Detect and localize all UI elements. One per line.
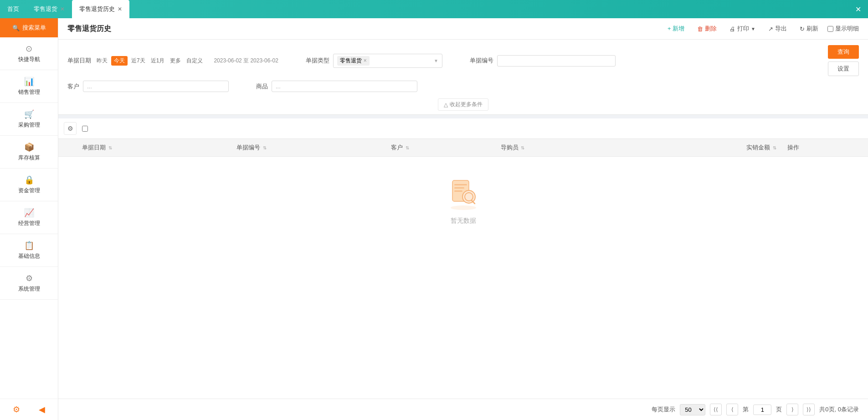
new-button-label: + 新增 (668, 25, 684, 33)
doc-type-select[interactable]: 零售退货 × ▼ (333, 54, 442, 68)
th-customer-label: 客户 (391, 144, 403, 151)
tab-retail-return-history-close[interactable]: ✕ (118, 6, 122, 12)
collapse-filter-label: 收起更多条件 (450, 101, 483, 108)
finance-icon: 🔒 (24, 175, 34, 185)
pagination: 每页显示 50 20 100 ⟨⟨ ⟨ 第 页 ⟩ ⟩⟩ 共0页, 0条记录 (58, 399, 868, 420)
th-date[interactable]: 单据日期 ⇅ (77, 139, 231, 157)
window-close-button[interactable]: ✕ (853, 4, 863, 15)
th-guide-sort[interactable]: ⇅ (521, 145, 524, 150)
th-action-label: 操作 (787, 144, 799, 151)
date-range-display: 2023-06-02 至 2023-06-02 (214, 57, 278, 65)
operation-icon: 📈 (24, 208, 34, 218)
th-amount-sort[interactable]: ⇅ (773, 145, 776, 150)
sidebar-item-quick-nav-label: 快捷导航 (18, 56, 40, 63)
goods-select[interactable]: ... (272, 81, 417, 92)
doc-no-input[interactable] (497, 55, 616, 67)
delete-icon: 🗑 (697, 26, 703, 32)
svg-rect-4 (454, 190, 462, 192)
th-checkbox (58, 139, 77, 157)
filter-settings-button[interactable]: 设置 (828, 61, 859, 76)
collapse-sidebar-icon[interactable]: ◀ (39, 405, 45, 415)
customer-label: 客户 (67, 82, 79, 91)
page-title: 零售退货历史 (67, 24, 111, 34)
export-button-label: 导出 (775, 25, 787, 33)
sidebar-item-sales[interactable]: 📊 销售管理 (0, 70, 58, 103)
first-page-button[interactable]: ⟨⟨ (710, 404, 722, 415)
refresh-button[interactable]: ↻ 刷新 (796, 23, 822, 35)
top-bar: 首页 零售退货 ✕ 零售退货历史 ✕ ✕ (0, 0, 868, 18)
display-mingxi-label: 显示明细 (835, 25, 859, 33)
collapse-filter-button[interactable]: △ 收起更多条件 (438, 98, 488, 111)
sidebar-item-sales-label: 销售管理 (18, 88, 40, 96)
sidebar-item-finance[interactable]: 🔒 资金管理 (0, 169, 58, 201)
sidebar-item-quick-nav[interactable]: ⊙ 快捷导航 (0, 37, 58, 70)
sidebar-item-system[interactable]: ⚙ 系统管理 (0, 267, 58, 300)
sidebar-item-inventory[interactable]: 📦 库存核算 (0, 136, 58, 169)
sidebar-item-operation[interactable]: 📈 经营管理 (0, 201, 58, 234)
date-range-group: 2023-06-02 至 2023-06-02 (214, 57, 278, 65)
export-button[interactable]: ↗ 导出 (765, 23, 791, 35)
shortcut-yesterday[interactable]: 昨天 (95, 56, 109, 66)
basic-icon: 📋 (24, 241, 34, 251)
doc-no-label: 单据编号 (470, 56, 493, 65)
th-customer-sort[interactable]: ⇅ (406, 145, 409, 150)
refresh-button-label: 刷新 (806, 25, 818, 33)
display-mingxi-group: 显示明细 (827, 25, 859, 33)
svg-rect-3 (454, 187, 464, 189)
th-no[interactable]: 单据编号 ⇅ (231, 139, 385, 157)
shortcut-1month[interactable]: 近1月 (149, 56, 167, 66)
tab-retail-return-close[interactable]: ✕ (60, 6, 65, 12)
prev-page-button[interactable]: ⟨ (726, 404, 738, 415)
customer-filter-group: 客户 ... (67, 81, 229, 92)
tab-retail-return-history[interactable]: 零售退货历史 ✕ (72, 0, 129, 18)
new-button[interactable]: + 新增 (664, 23, 688, 35)
shortcut-today[interactable]: 今天 (111, 56, 128, 66)
query-button[interactable]: 查询 (828, 45, 859, 59)
tab-retail-return-label: 零售退货 (34, 5, 57, 13)
sidebar-search[interactable]: 🔍 搜索菜单 (0, 18, 58, 37)
goods-placeholder: ... (276, 83, 281, 90)
shortcut-7days[interactable]: 近7天 (129, 56, 147, 66)
doc-type-tag: 零售退货 × (337, 56, 370, 66)
shortcut-more[interactable]: 更多 (168, 56, 183, 66)
delete-button[interactable]: 🗑 删除 (693, 23, 720, 35)
sales-icon: 📊 (24, 77, 34, 87)
page-suffix: 页 (776, 405, 782, 414)
sidebar-item-system-label: 系统管理 (18, 285, 40, 293)
settings-bottom-icon[interactable]: ⚙ (13, 405, 20, 415)
filter-row-2: 客户 ... 商品 ... (67, 81, 859, 92)
tab-home-label: 首页 (7, 5, 19, 13)
filter-area: 单据日期 昨天 今天 近7天 近1月 更多 自定义 2023-06-02 至 2… (58, 40, 868, 115)
tab-home[interactable]: 首页 (0, 0, 26, 18)
next-page-button[interactable]: ⟩ (786, 404, 798, 415)
date-filter-group: 单据日期 昨天 今天 近7天 近1月 更多 自定义 (67, 56, 205, 66)
th-amount[interactable]: 实销金额 ⇅ (627, 139, 782, 157)
page-size-select[interactable]: 50 20 100 (680, 404, 705, 415)
th-customer[interactable]: 客户 ⇅ (385, 139, 495, 157)
svg-rect-2 (454, 184, 467, 185)
th-guide[interactable]: 导购员 ⇅ (495, 139, 627, 157)
page-number-input[interactable] (753, 405, 771, 415)
tab-retail-return[interactable]: 零售退货 ✕ (26, 0, 72, 18)
doc-type-filter-group: 单据类型 零售退货 × ▼ (306, 54, 442, 68)
sidebar-item-purchase[interactable]: 🛒 采购管理 (0, 103, 58, 136)
table-header-row: 单据日期 ⇅ 单据编号 ⇅ 客户 ⇅ (58, 139, 868, 157)
shortcut-custom[interactable]: 自定义 (185, 56, 205, 66)
print-button[interactable]: 🖨 打印 ▼ (726, 23, 759, 35)
doc-type-tag-close[interactable]: × (364, 57, 367, 64)
th-date-sort[interactable]: ⇅ (108, 145, 112, 150)
select-all-checkbox[interactable] (82, 126, 88, 132)
purchase-icon: 🛒 (24, 109, 34, 119)
sidebar-item-basic-label: 基础信息 (18, 252, 40, 260)
th-no-sort[interactable]: ⇅ (263, 145, 267, 150)
system-icon: ⚙ (26, 273, 33, 283)
empty-state: 暂无数据 (58, 157, 868, 243)
table-column-settings-icon[interactable]: ⚙ (64, 122, 77, 135)
display-mingxi-checkbox[interactable] (827, 26, 833, 32)
sidebar-item-inventory-label: 库存核算 (18, 154, 40, 162)
header-actions: + 新增 🗑 删除 🖨 打印 ▼ ↗ 导出 ↻ 刷新 (664, 23, 859, 35)
tab-retail-return-history-label: 零售退货历史 (79, 5, 115, 13)
last-page-button[interactable]: ⟩⟩ (803, 404, 815, 415)
sidebar-item-basic[interactable]: 📋 基础信息 (0, 234, 58, 267)
customer-select[interactable]: ... (83, 81, 229, 92)
